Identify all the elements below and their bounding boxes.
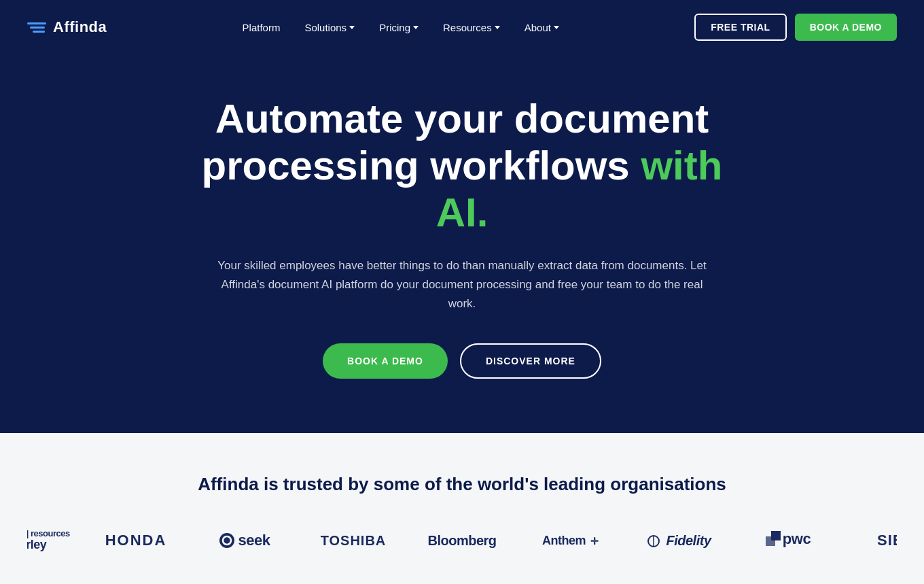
brand-bloomberg: Bloomberg — [408, 533, 516, 549]
hero-section: Automate your document processing workfl… — [0, 54, 924, 433]
brand-worley: chemicals | resources Worley — [27, 529, 82, 552]
brand-pwc: pwc — [734, 530, 842, 551]
nav-platform[interactable]: Platform — [233, 16, 290, 39]
nav-solutions[interactable]: Solutions — [295, 16, 364, 39]
free-trial-button[interactable]: FREE TRIAL — [694, 14, 786, 41]
hero-title: Automate your document processing workfl… — [183, 95, 741, 236]
brand-toshiba: TOSHIBA — [299, 533, 408, 549]
nav-about[interactable]: About — [515, 16, 569, 39]
nav-links: Platform Solutions Pricing Resources Abo… — [233, 16, 569, 39]
brand-anthem: Anthem ✛ — [516, 534, 625, 548]
nav-resources[interactable]: Resources — [433, 16, 510, 39]
nav-pricing[interactable]: Pricing — [370, 16, 428, 39]
fidelity-icon — [647, 535, 660, 547]
logo-icon — [27, 22, 46, 33]
seek-circle-icon — [219, 533, 234, 548]
pwc-logo-icon — [766, 531, 781, 547]
discover-more-button[interactable]: DISCOVER MORE — [460, 343, 601, 379]
anthem-cross-icon: ✛ — [590, 536, 599, 547]
hero-buttons: BOOK A DEMO DISCOVER MORE — [323, 343, 601, 379]
nav-actions: FREE TRIAL BOOK A DEMO — [694, 14, 897, 41]
book-demo-nav-button[interactable]: BOOK A DEMO — [795, 14, 897, 41]
logo-line-2 — [30, 27, 45, 29]
chevron-down-icon — [554, 26, 559, 29]
brand-siemens: SIEM — [842, 532, 897, 549]
trust-title: Affinda is trusted by some of the world'… — [27, 474, 897, 495]
chevron-down-icon — [413, 26, 419, 29]
logo-line-1 — [27, 22, 46, 24]
navbar: Affinda Platform Solutions Pricing Resou… — [0, 0, 924, 54]
brand-honda: HONDA — [82, 532, 190, 549]
book-demo-hero-button[interactable]: BOOK A DEMO — [323, 343, 448, 379]
brand-seek: seek — [190, 532, 299, 549]
trust-section: Affinda is trusted by some of the world'… — [0, 433, 924, 584]
logo[interactable]: Affinda — [27, 18, 107, 36]
chevron-down-icon — [495, 26, 500, 29]
chevron-down-icon — [349, 26, 355, 29]
brand-logo-strip: chemicals | resources Worley HONDA seek … — [27, 529, 897, 552]
svg-point-0 — [219, 533, 234, 548]
hero-subtitle: Your skilled employees have better thing… — [211, 256, 713, 313]
brand-fidelity: Fidelity — [625, 533, 734, 549]
logo-line-3 — [33, 31, 45, 33]
logo-text: Affinda — [53, 18, 107, 36]
svg-rect-5 — [766, 536, 775, 546]
